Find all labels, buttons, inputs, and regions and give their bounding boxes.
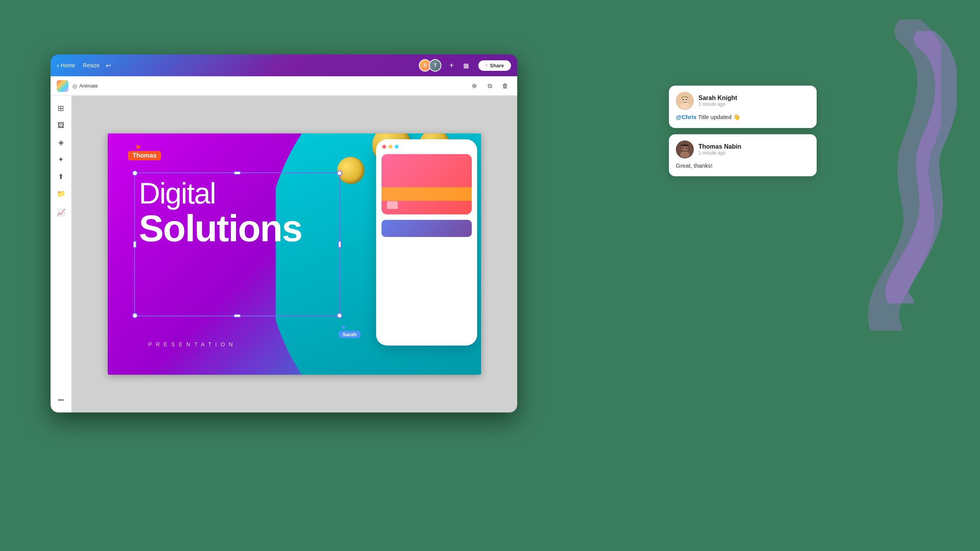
comment-1-text: @Chris Title updated 👋 xyxy=(676,113,810,122)
phone-credit-card xyxy=(382,154,472,214)
animate-spin-icon: ◎ xyxy=(72,83,77,89)
coin-3 xyxy=(337,157,364,184)
svg-point-4 xyxy=(686,99,687,100)
add-collaborator-button[interactable]: + xyxy=(449,61,454,70)
cursor-thomas: ▶ Thomas xyxy=(128,143,161,160)
comment-2-meta: Thomas Nabin 1 minute ago xyxy=(698,143,741,156)
comment-card-1: Sarah Knight 1 minute ago @Chris Title u… xyxy=(669,86,817,128)
handle-right-mid[interactable] xyxy=(338,241,341,248)
comment-2-author: Thomas Nabin xyxy=(698,143,741,150)
handle-bot-mid[interactable] xyxy=(234,314,241,318)
decoration-paint-stroke-2 xyxy=(824,19,941,331)
sarah-cursor-arrow: ▶ xyxy=(342,324,346,330)
comment-card-2: Thomas Nabin 1 minute ago Great, thanks! xyxy=(669,134,817,177)
handle-br[interactable] xyxy=(337,313,342,318)
handle-tl[interactable] xyxy=(132,170,138,176)
svg-point-3 xyxy=(682,99,684,100)
selected-text-box[interactable]: Digital Solutions xyxy=(134,172,340,316)
sidebar-item-upload[interactable]: ⬆ xyxy=(53,169,69,184)
delete-button[interactable]: 🗑 xyxy=(499,80,511,92)
resize-button[interactable]: Resize xyxy=(83,62,100,68)
share-icon: ↑ xyxy=(485,63,488,68)
comment-1-author: Sarah Knight xyxy=(698,95,737,102)
share-label: Share xyxy=(490,63,504,68)
comment-1-meta: Sarah Knight 1 minute ago xyxy=(698,95,737,107)
nav-bar: ‹ Home Resize ↩ S T + xyxy=(51,54,517,76)
sidebar-item-templates[interactable]: ⊞ xyxy=(53,100,69,116)
sarah-cursor-label: Sarah xyxy=(339,331,360,338)
bars-chart-icon: ▦ xyxy=(463,62,469,69)
comment-1-avatar xyxy=(676,92,694,110)
device-frame: ‹ Home Resize ↩ S T + xyxy=(51,54,517,412)
card-stripe xyxy=(382,187,472,201)
thomas-cursor-label: Thomas xyxy=(128,151,161,160)
new-page-button[interactable]: ⊕ xyxy=(468,80,480,92)
slide[interactable]: Digital Solutions PRESENTATION xyxy=(108,133,481,375)
left-sidebar: ⊞ 🖼 ◈ ✦ ⬆ 📁 📈 xyxy=(51,96,72,412)
phone-dot-red xyxy=(382,145,386,149)
comment-1-body: Title updated 👋 xyxy=(698,114,740,120)
phone-dot-yellow xyxy=(388,145,392,149)
animate-label: Animate xyxy=(79,83,98,89)
phone-dot-blue xyxy=(395,145,399,149)
comment-1-time: 1 minute ago xyxy=(698,102,737,107)
sidebar-item-projects[interactable]: 📁 xyxy=(53,186,69,202)
sidebar-item-more[interactable]: ••• xyxy=(53,392,69,408)
duplicate-button[interactable]: ⧉ xyxy=(484,80,495,92)
avatar-collaborator-2[interactable]: T xyxy=(429,59,441,72)
comment-2-avatar xyxy=(676,140,694,158)
comment-2-header: Thomas Nabin 1 minute ago xyxy=(676,140,810,158)
slide-title-solutions: Solutions xyxy=(139,210,340,247)
card-chip xyxy=(387,201,398,209)
sidebar-item-ai[interactable]: ✦ xyxy=(53,152,69,167)
share-button[interactable]: ↑ Share xyxy=(478,60,511,71)
comment-1-mention[interactable]: @Chris xyxy=(676,114,696,120)
handle-top-mid[interactable] xyxy=(234,171,241,175)
undo-button[interactable]: ↩ xyxy=(106,62,111,69)
handle-bl[interactable] xyxy=(132,313,138,318)
new-page-icon: ⊕ xyxy=(472,82,477,89)
phone-mockup xyxy=(376,139,477,346)
canvas-area: Digital Solutions PRESENTATION xyxy=(72,96,517,412)
comment-cards-container: Sarah Knight 1 minute ago @Chris Title u… xyxy=(669,86,817,176)
svg-point-8 xyxy=(680,151,690,158)
phone-button xyxy=(382,220,472,237)
svg-point-10 xyxy=(686,147,687,149)
app-scene: ‹ Home Resize ↩ S T + xyxy=(0,0,980,551)
logo-button[interactable] xyxy=(57,80,68,92)
slide-title-digital: Digital xyxy=(139,177,340,210)
toolbar: ◎ Animate ⊕ ⧉ 🗑 xyxy=(51,76,517,96)
slide-text-content: Digital Solutions xyxy=(135,173,340,247)
comment-1-header: Sarah Knight 1 minute ago xyxy=(676,92,810,110)
cursor-sarah: ▶ Sarah xyxy=(339,324,360,338)
thomas-cursor-arrow: ▶ xyxy=(136,143,141,150)
stats-button[interactable]: ▦ xyxy=(463,62,469,69)
phone-dots xyxy=(376,139,477,154)
handle-tr[interactable] xyxy=(337,170,342,176)
sidebar-item-elements[interactable]: ◈ xyxy=(53,135,69,150)
svg-point-2 xyxy=(680,103,690,109)
back-button[interactable]: ‹ Home xyxy=(57,61,75,70)
svg-point-9 xyxy=(682,147,684,149)
delete-icon: 🗑 xyxy=(502,82,508,89)
editor-main: ⊞ 🖼 ◈ ✦ ⬆ 📁 📈 xyxy=(51,96,517,412)
comment-2-time: 1 minute ago xyxy=(698,150,741,156)
slide-subtitle: PRESENTATION xyxy=(134,341,251,347)
chevron-left-icon: ‹ xyxy=(57,61,59,70)
undo-icon: ↩ xyxy=(106,62,111,69)
comment-2-text: Great, thanks! xyxy=(676,161,810,170)
sidebar-item-photos[interactable]: 🖼 xyxy=(53,118,69,133)
handle-left-mid[interactable] xyxy=(133,241,136,248)
home-label: Home xyxy=(61,62,75,68)
animate-button[interactable]: ◎ Animate xyxy=(72,83,98,89)
collaborators-avatars: S T xyxy=(419,59,441,72)
sidebar-item-stats[interactable]: 📈 xyxy=(53,205,69,220)
duplicate-icon: ⧉ xyxy=(488,82,492,89)
